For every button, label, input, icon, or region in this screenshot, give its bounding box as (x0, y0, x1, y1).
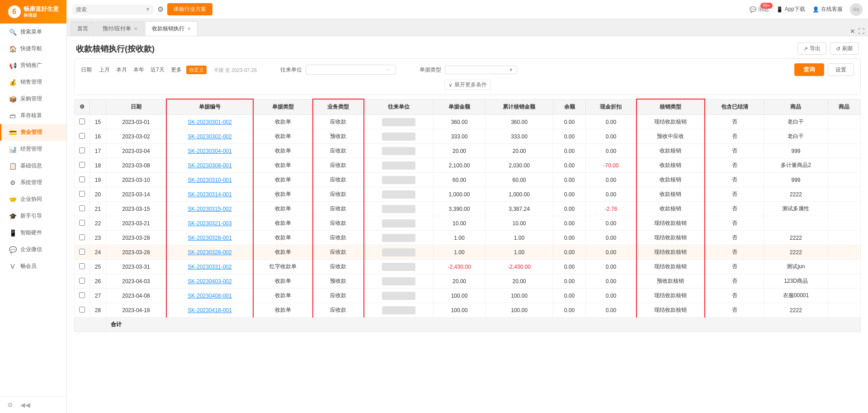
order-no-link[interactable]: SK-20230308-001 (188, 162, 231, 169)
cell-checkbox[interactable] (75, 202, 90, 216)
solution-button[interactable]: 体验行业方案 (167, 3, 212, 15)
order-no-link[interactable]: SK-20230304-001 (188, 148, 231, 154)
topbar-search-input[interactable] (76, 6, 144, 13)
sidebar-item-inventory[interactable]: 🗃库存核算 (0, 107, 66, 124)
cell-checkbox[interactable] (75, 303, 90, 318)
row-checkbox[interactable] (79, 205, 85, 211)
close-window-icon[interactable]: ✕ (850, 28, 855, 35)
cell-verified: -2,430.00 (486, 260, 553, 274)
sidebar-item-purchase[interactable]: 📦采购管理 (0, 90, 66, 107)
cell-checkbox[interactable] (75, 187, 90, 202)
expand-conditions-btn[interactable]: ∨ 展开更多条件 (444, 80, 491, 90)
cell-discount: 0.00 (586, 231, 637, 245)
tab-home[interactable]: 首页 (71, 21, 95, 36)
sidebar-item-guide[interactable]: 🎓新手引导 (0, 208, 66, 224)
row-checkbox[interactable] (79, 307, 85, 313)
this-year-btn[interactable]: 本年 (132, 65, 146, 75)
cell-checkbox[interactable] (75, 245, 90, 260)
cell-date: 2023-03-14 (106, 187, 166, 202)
service-item[interactable]: 👤 在线客服 (812, 5, 843, 13)
last-7days-btn[interactable]: 近7天 (149, 65, 166, 75)
sidebar-icon-search: 🔍 (9, 28, 17, 36)
tab-prepay[interactable]: 预付/应付单✕ (96, 21, 144, 36)
row-checkbox[interactable] (79, 147, 85, 153)
sidebar-item-search[interactable]: 🔍搜索菜单 (0, 24, 66, 40)
cell-checkbox[interactable] (75, 115, 90, 129)
row-checkbox[interactable] (79, 191, 85, 197)
row-checkbox[interactable] (79, 234, 85, 240)
col-settings[interactable]: ⚙ (75, 99, 90, 115)
row-checkbox[interactable] (79, 292, 85, 298)
sidebar-item-shortcut[interactable]: 🏠快捷导航 (0, 40, 66, 57)
message-item[interactable]: 💬 消息 99+ (750, 5, 769, 13)
tab-receipt[interactable]: 收款核销执行✕ (145, 21, 198, 36)
order-no-link[interactable]: SK-20230301-002 (188, 119, 231, 125)
order-no-link[interactable]: SK-20230403-002 (188, 278, 231, 285)
cell-product2 (828, 158, 860, 173)
filter-settings-button[interactable]: 设置 (828, 63, 854, 76)
order-no-link[interactable]: SK-20230408-001 (188, 293, 231, 299)
order-no-link[interactable]: SK-20230328-001 (188, 235, 231, 241)
sidebar-item-marketing[interactable]: 📢营销推广 (0, 57, 66, 74)
order-no-link[interactable]: SK-20230331-002 (188, 264, 231, 270)
sidebar-item-operation[interactable]: 📊经营管理 (0, 141, 66, 157)
collapse-icon[interactable]: ◀◀ (20, 401, 30, 408)
row-checkbox[interactable] (79, 176, 85, 182)
cell-verify-type: 现结收款核销 (637, 260, 705, 274)
tab-close-prepay[interactable]: ✕ (134, 26, 137, 31)
cell-checkbox[interactable] (75, 260, 90, 274)
refresh-button[interactable]: ↺ 刷新 (830, 43, 859, 55)
row-checkbox[interactable] (79, 249, 85, 255)
order-no-link[interactable]: SK-20230328-002 (188, 249, 231, 256)
order-no-link[interactable]: SK-20230310-001 (188, 177, 231, 183)
topbar-dropdown-arrow[interactable]: ▼ (146, 7, 150, 12)
tab-close-receipt[interactable]: ✕ (187, 26, 191, 31)
cell-product2 (828, 173, 860, 187)
order-no-link[interactable]: SK-20230321-003 (188, 220, 231, 227)
counterpart-input[interactable] (310, 66, 384, 73)
cell-include-settled: 否 (705, 231, 764, 245)
query-button[interactable]: 查询 (794, 63, 824, 76)
cell-product2 (828, 303, 860, 318)
cell-checkbox[interactable] (75, 216, 90, 231)
cell-checkbox[interactable] (75, 231, 90, 245)
cell-checkbox[interactable] (75, 158, 90, 173)
row-checkbox[interactable] (79, 133, 85, 139)
row-checkbox[interactable] (79, 220, 85, 226)
order-no-link[interactable]: SK-20230314-001 (188, 191, 231, 198)
sidebar-item-sales[interactable]: 💰销售管理 (0, 74, 66, 90)
sidebar-item-hardware[interactable]: 📱智能硬件 (0, 224, 66, 241)
cell-checkbox[interactable] (75, 129, 90, 144)
settings-icon[interactable]: ⚙ (7, 401, 13, 408)
cell-include-settled: 否 (705, 202, 764, 216)
this-month-btn[interactable]: 本月 (114, 65, 129, 75)
row-checkbox[interactable] (79, 278, 85, 284)
sidebar-item-enterprise[interactable]: 🤝企业协同 (0, 191, 66, 208)
row-checkbox[interactable] (79, 263, 85, 269)
order-no-link[interactable]: SK-20230302-002 (188, 133, 231, 140)
order-type-select[interactable]: ▼ (445, 66, 517, 74)
sidebar-item-member[interactable]: V畅会员 (0, 258, 66, 275)
sidebar-item-finance[interactable]: 💳资金管理 (0, 124, 66, 141)
topbar-gear-icon[interactable]: ⚙ (157, 5, 164, 14)
avatar[interactable]: Rit (850, 3, 863, 16)
cell-checkbox[interactable] (75, 144, 90, 158)
sidebar-item-basic[interactable]: 📋基础信息 (0, 157, 66, 174)
cell-product2 (828, 115, 860, 129)
sidebar-item-wechat[interactable]: 💬企业微信 (0, 241, 66, 258)
export-button[interactable]: ↗ 导出 (797, 43, 826, 55)
maximize-icon[interactable]: ⛶ (858, 28, 864, 35)
custom-date-btn[interactable]: 自定义 (186, 66, 207, 74)
sidebar-item-system[interactable]: ⚙系统管理 (0, 174, 66, 191)
order-no-link[interactable]: SK-20230418-001 (188, 307, 231, 313)
last-month-btn[interactable]: 上月 (97, 65, 112, 75)
cell-no: 16 (90, 129, 106, 144)
more-date-btn[interactable]: 更多 (169, 65, 184, 75)
cell-checkbox[interactable] (75, 173, 90, 187)
app-download-item[interactable]: 📱 App下载 (776, 5, 805, 13)
order-no-link[interactable]: SK-20230315-002 (188, 206, 231, 212)
row-checkbox[interactable] (79, 119, 85, 124)
row-checkbox[interactable] (79, 162, 85, 168)
cell-checkbox[interactable] (75, 274, 90, 289)
cell-checkbox[interactable] (75, 289, 90, 303)
